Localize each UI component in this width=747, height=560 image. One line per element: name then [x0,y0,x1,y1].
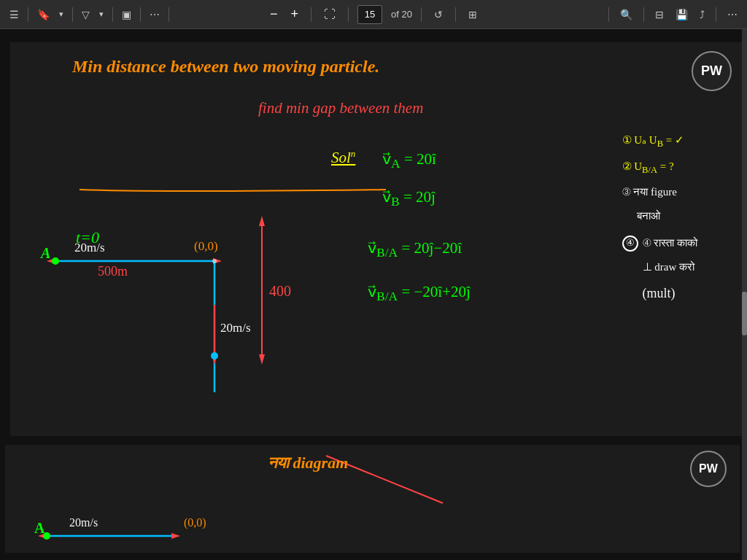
plus-icon[interactable]: + [287,4,303,24]
rotate-icon[interactable]: ↺ [430,7,446,23]
find-text: find min gap between them [258,99,423,117]
minus-icon[interactable]: − [266,4,282,24]
note3: ③ नया figure बनाओ [622,180,698,228]
separator1 [28,7,28,22]
eq4: v⃗B/A = −20î+20ĵ [368,283,471,304]
eq3: v⃗B/A = 20ĵ−20î [368,239,462,260]
filter-icon[interactable]: ▽ [78,7,93,23]
right-notes: ① Uₐ UB = ✓ ② UB/A = ? ③ नया figure बनाओ… [622,128,698,308]
fit-page-icon[interactable]: ⛶ [320,6,339,23]
slide2-title: नया diagram [268,454,348,472]
separator3 [112,7,113,22]
origin-label: (0,0) [194,239,218,254]
page-total-label: of 20 [391,9,412,20]
view-icon[interactable]: ▣ [118,7,135,23]
svg-marker-15 [171,533,180,539]
note4: ④ ④ रास्ता काको ⊥ draw करो (mult) [622,231,698,308]
slide2-canvas: PW नया diagram A 20m/s (0,0) [5,445,740,553]
distance-label: 500m [98,264,128,279]
solution-label: Soln [331,148,355,167]
separator8 [421,7,422,22]
slide2-velocity: 20m/s [69,516,98,529]
slide2-point-a: A [34,520,44,537]
slide1: PW Min distance between two moving parti… [10,42,745,442]
more-icon[interactable]: ⋯ [146,7,163,23]
note2: ② UB/A = ? [622,155,698,181]
svg-marker-2 [213,258,222,264]
search-icon[interactable]: 🔍 [616,7,636,23]
slide1-canvas: PW Min distance between two moving parti… [10,42,745,442]
separator12 [716,7,716,22]
more2-icon[interactable]: ⋯ [724,7,741,23]
note1: ① Uₐ UB = ✓ [622,128,698,155]
page-number-input[interactable] [357,5,382,24]
layout-icon[interactable]: ⊞ [465,7,481,23]
separator4 [140,7,141,22]
t-zero-label: t=0 [76,228,99,247]
bookmark-icon[interactable]: 🔖 [34,7,53,23]
separator2 [72,7,73,22]
menu-icon[interactable]: ☰ [6,7,23,23]
separator5 [169,7,169,22]
svg-marker-6 [259,354,265,365]
slide2: PW नया diagram A 20m/s (0,0) [5,445,740,553]
separator10 [608,7,609,22]
separator11 [643,7,644,22]
separator9 [455,7,456,22]
slide-title: Min distance between two moving particle… [72,57,379,77]
slide-gap [0,436,747,445]
svg-marker-5 [259,216,265,226]
scrollbar-thumb[interactable] [742,292,747,335]
main-content: PW Min distance between two moving parti… [0,29,747,560]
thumbnail-icon[interactable]: ⊟ [651,7,667,23]
eq2: v⃗B = 20ĵ [382,188,436,209]
svg-point-9 [52,257,59,265]
slide2-drawing [5,445,740,553]
velocity-b-label: 20m/s [220,321,251,335]
chevron-down2-icon[interactable]: ▾ [96,7,107,21]
chevron-down-icon[interactable]: ▾ [55,7,67,21]
pw-logo: PW [692,51,732,91]
separator7 [348,7,349,22]
height-label: 400 [269,283,291,300]
eq1: v⃗A = 20î [382,150,436,171]
pw-logo-slide2: PW [690,451,727,487]
svg-marker-8 [212,354,217,365]
separator6 [311,7,311,22]
svg-point-10 [211,352,218,359]
scrollbar[interactable] [742,29,747,560]
save-icon[interactable]: 💾 [672,7,692,23]
share-icon[interactable]: ⤴ [696,7,708,23]
point-a-label: A [41,245,50,262]
slide2-origin: (0,0) [184,516,206,529]
toolbar: ☰ 🔖 ▾ ▽ ▾ ▣ ⋯ − + ⛶ of 20 ↺ ⊞ 🔍 ⊟ 💾 ⤴ ⋯ [0,0,747,29]
svg-point-11 [212,259,217,263]
